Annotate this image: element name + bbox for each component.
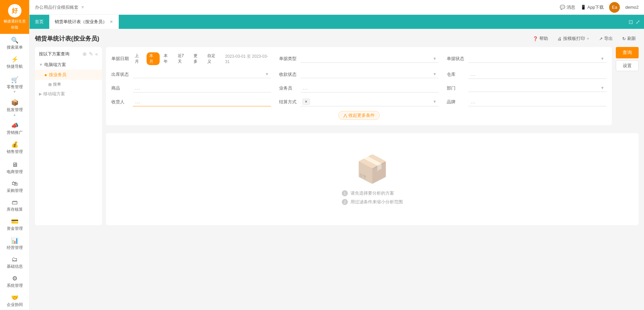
message-button[interactable]: 💬 消息: [560, 4, 575, 10]
sidebar-item-cooperation[interactable]: 🤝 企业协同: [0, 291, 29, 310]
desktop-group-label: 电脑端方案: [44, 62, 66, 68]
content-area: 销货单统计表(按业务员) ❓ 帮助 🖨 按模板打印 ▼ ↗ 导出 ↻ 刷新: [30, 29, 644, 310]
date-btn-lastmonth[interactable]: 上月: [133, 52, 145, 65]
main-area: 办公用品行业模拟账套 ▼ 💬 消息 📱 App下载 Ea demo2 首页 销货…: [30, 0, 644, 310]
sidebar-item-finance[interactable]: 💳 资金管理: [0, 215, 29, 234]
operations-icon: 📊: [11, 237, 18, 244]
docstatus-select[interactable]: ▼: [468, 55, 606, 63]
brand-input[interactable]: …: [468, 97, 606, 106]
help-icon: ❓: [533, 36, 538, 41]
appdownload-button[interactable]: 📱 App下载: [581, 4, 604, 10]
date-range-text: 2023-03-01 至 2023-03-31: [225, 54, 271, 64]
filter-field-consignee: 收货人 …: [111, 97, 271, 106]
date-label: 单据日期: [111, 56, 130, 62]
marketing-icon: 📣: [11, 122, 18, 129]
scheme-item-salesperson[interactable]: ● 按业务员: [35, 70, 102, 80]
page-actions: ❓ 帮助 🖨 按模板打印 ▼ ↗ 导出 ↻ 刷新: [530, 34, 639, 43]
sidebar-item-ecommerce[interactable]: 🖥 电商管理: [0, 159, 29, 177]
tab-restore-icon[interactable]: ⊡: [629, 19, 633, 25]
date-btn-thismonth[interactable]: 本月: [147, 52, 160, 65]
sidebar-retail-label: 零售管理: [7, 84, 23, 90]
sidebar-cooperation-label: 企业协同: [7, 302, 23, 308]
user-name[interactable]: demo2: [625, 5, 639, 10]
sidebar-item-system[interactable]: ⚙ 系统管理: [0, 272, 29, 291]
basic-icon: 🗂: [12, 256, 18, 263]
scheme-subitem-order[interactable]: ⊞ 按单: [35, 80, 102, 89]
scheme-title: 按以下方案查询: [39, 51, 80, 57]
message-icon: 💬: [560, 5, 565, 10]
breadcrumb-text: 办公用品行业模拟账套: [35, 4, 78, 10]
consignee-input[interactable]: …: [133, 97, 271, 106]
filter-panel: 单据日期 上月 本月 本年 近7天 更多 自定义 2023-03-01 至 20…: [106, 47, 612, 125]
tab-home[interactable]: 首页: [30, 15, 49, 29]
sidebar-item-operations[interactable]: 📊 经营管理: [0, 234, 29, 253]
ecommerce-icon: 🖥: [12, 161, 18, 168]
sidebar-search-label: 搜索菜单: [7, 45, 23, 50]
settlement-tag-text: ×: [305, 99, 307, 104]
tab-maximize-icon[interactable]: ⤢: [636, 19, 640, 25]
goods-input[interactable]: …: [133, 84, 271, 93]
collapse-button[interactable]: ⋀ 收起更多条件: [338, 111, 380, 120]
date-btn-7days[interactable]: 近7天: [176, 52, 190, 65]
tab-close-icon[interactable]: ✕: [110, 19, 113, 24]
tabbar: 首页 销货单统计表（按业务员） ✕ ⊡ ⤢: [30, 15, 644, 29]
salesperson-input[interactable]: …: [301, 84, 439, 93]
docstatus-chevron: ▼: [600, 56, 604, 61]
desktop-chevron-icon: ▼: [39, 62, 43, 67]
user-avatar[interactable]: Ea: [609, 2, 620, 13]
scheme-edit-icon[interactable]: ✎: [89, 51, 93, 57]
empty-tip-2: 2 用过滤条件来缩小分析范围: [342, 199, 403, 205]
sidebar-ecommerce-label: 电商管理: [7, 169, 23, 175]
receiptstatus-chevron: ▼: [433, 72, 437, 76]
sidebar-item-basic[interactable]: 🗂 基础信息: [0, 253, 29, 272]
print-button[interactable]: 🖨 按模板打印 ▼: [555, 34, 592, 43]
warehouse-input[interactable]: …: [468, 70, 606, 79]
export-icon: ↗: [599, 36, 603, 41]
sidebar-item-wholesale[interactable]: 📦 批发管理 ▲: [0, 96, 29, 119]
retail-chevron: ▼: [13, 90, 16, 94]
scheme-group-header-desktop[interactable]: ▼ 电脑端方案: [35, 60, 102, 70]
date-btn-more[interactable]: 更多: [192, 52, 203, 65]
scheme-add-icon[interactable]: ⊕: [83, 51, 87, 57]
dept-label: 部门: [447, 85, 466, 91]
settings-button[interactable]: 设置: [616, 60, 639, 71]
receiptstatus-label: 收款状态: [279, 71, 298, 78]
tip-num-1: 1: [342, 190, 348, 196]
refresh-button[interactable]: ↻ 刷新: [620, 34, 639, 43]
tab-sales-report-label: 销货单统计表（按业务员）: [55, 19, 107, 25]
filter-query-area: 单据日期 上月 本月 本年 近7天 更多 自定义 2023-03-01 至 20…: [106, 47, 639, 129]
sidebar-item-marketing[interactable]: 📣 营销推广: [0, 119, 29, 138]
export-button[interactable]: ↗ 导出: [596, 34, 615, 43]
purchase-icon: 🛍: [12, 180, 18, 187]
sidebar-item-purchase[interactable]: 🛍 采购管理: [0, 177, 29, 196]
page-title: 销货单统计表(按业务员): [35, 35, 530, 43]
doctype-label: 单据类型: [279, 56, 298, 62]
scheme-collapse-icon[interactable]: «: [95, 51, 98, 57]
sidebar-item-inventory[interactable]: 🗃 库存核算: [0, 196, 29, 215]
message-label: 消息: [567, 4, 575, 10]
scheme-group-header-mobile[interactable]: ▶ 移动端方案: [35, 89, 102, 99]
sidebar-item-retail[interactable]: 🛒 零售管理 ▼: [0, 73, 29, 96]
filter-row-1: 单据日期 上月 本月 本年 近7天 更多 自定义 2023-03-01 至 20…: [111, 52, 606, 65]
help-button[interactable]: ❓ 帮助: [530, 34, 551, 43]
doctype-select[interactable]: ▼: [301, 55, 439, 63]
layout-body: 按以下方案查询 ⊕ ✎ « ▼ 电脑端方案 ● 按业务员: [35, 47, 639, 225]
scheme-group-mobile: ▶ 移动端方案: [35, 89, 102, 99]
settlement-select[interactable]: × ▼: [301, 97, 439, 106]
sidebar-item-search[interactable]: 🔍 搜索菜单: [0, 34, 29, 53]
collapse-bar: ⋀ 收起更多条件: [111, 111, 606, 120]
sidebar-basic-label: 基础信息: [7, 264, 23, 269]
outstatus-select[interactable]: ▼: [133, 70, 271, 78]
dept-select[interactable]: ▼: [468, 84, 606, 92]
system-icon: ⚙: [12, 275, 17, 282]
date-btn-thisyear[interactable]: 本年: [162, 52, 173, 65]
receiptstatus-select[interactable]: ▼: [301, 70, 439, 78]
sidebar-item-sales[interactable]: 💰 销售管理: [0, 138, 29, 157]
docstatus-label: 单据状态: [447, 56, 466, 62]
query-button[interactable]: 查询: [616, 47, 639, 58]
empty-state: 📦 1 请先选择要分析的方案 2 用过滤条件来缩小分析范围: [106, 133, 639, 225]
sidebar-item-quicknav[interactable]: ⚡ 快捷导航: [0, 53, 29, 72]
tab-sales-report[interactable]: 销货单统计表（按业务员） ✕: [49, 15, 119, 29]
sidebar-inventory-label: 库存核算: [7, 207, 23, 212]
date-btn-custom[interactable]: 自定义: [205, 52, 221, 65]
